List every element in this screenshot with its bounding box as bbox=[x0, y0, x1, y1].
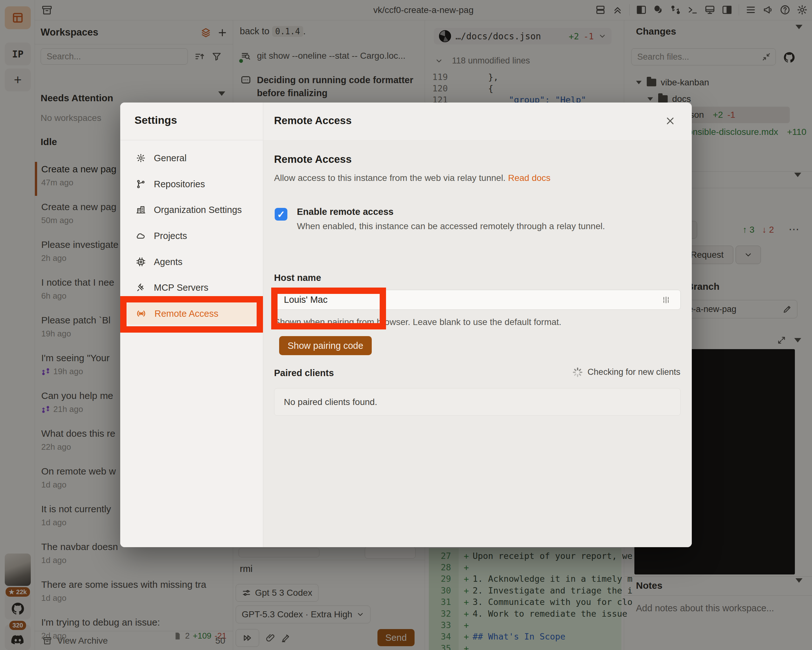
settings-nav-repositories[interactable]: Repositories bbox=[127, 174, 256, 194]
annotation-box-remote-access bbox=[120, 296, 263, 333]
enable-remote-checkbox[interactable]: ✓ bbox=[275, 208, 287, 220]
settings-nav-mcp[interactable]: MCP Servers bbox=[127, 277, 256, 298]
section-subtitle: Allow access to this instance from the w… bbox=[274, 173, 551, 183]
checkbox-description: When enabled, this instance can be acces… bbox=[297, 221, 605, 231]
chip-icon bbox=[136, 257, 146, 267]
text-cursor-icon bbox=[662, 295, 671, 304]
paired-clients-status: Checking for new clients bbox=[573, 367, 680, 377]
gear-icon bbox=[136, 153, 146, 163]
remote-access-content: Remote Access Allow access to this insta… bbox=[263, 140, 692, 547]
checkbox-label[interactable]: Enable remote access bbox=[297, 206, 394, 217]
settings-nav-agents[interactable]: Agents bbox=[127, 251, 256, 272]
plug-icon bbox=[136, 283, 146, 292]
settings-nav-organization[interactable]: Organization Settings bbox=[127, 199, 256, 220]
close-icon[interactable] bbox=[664, 115, 676, 127]
spinner-icon bbox=[573, 367, 582, 377]
building-icon bbox=[136, 205, 146, 214]
host-name-label: Host name bbox=[274, 273, 321, 283]
settings-title: Settings bbox=[134, 114, 177, 126]
annotation-box-show-pairing-code bbox=[271, 288, 386, 329]
paired-clients-empty-box: No paired clients found. bbox=[274, 388, 681, 416]
app-window: vk/ccf0-create-a-new-pag IP + bbox=[0, 0, 812, 650]
modal-title: Remote Access bbox=[274, 115, 352, 127]
read-docs-link[interactable]: Read docs bbox=[508, 173, 551, 183]
settings-nav-projects[interactable]: Projects bbox=[127, 225, 256, 246]
paired-clients-label: Paired clients bbox=[274, 368, 334, 378]
show-pairing-code-button[interactable]: Show pairing code bbox=[279, 336, 372, 355]
branch-icon bbox=[136, 179, 146, 189]
section-title: Remote Access bbox=[274, 153, 352, 165]
cloud-icon bbox=[136, 231, 146, 240]
settings-nav-general[interactable]: General bbox=[127, 148, 256, 168]
